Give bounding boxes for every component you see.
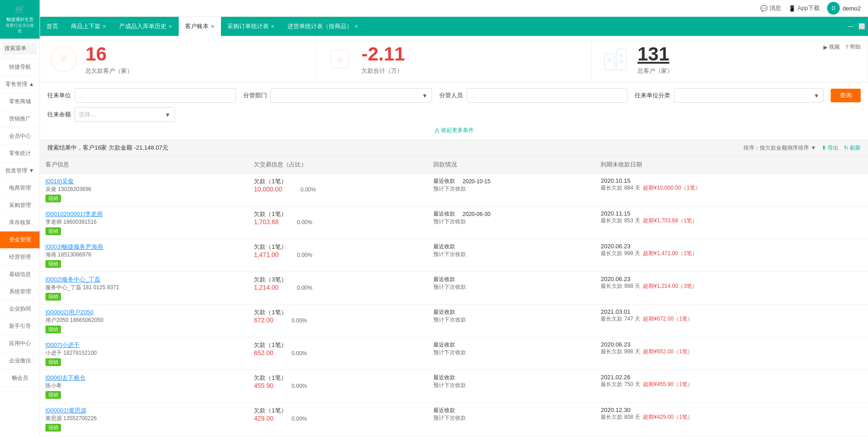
overdue-link[interactable]: 超期¥652.00（1笔） [643,348,693,356]
tab-inbound-stats[interactable]: 进货单统计表（按商品） ✕ [281,17,365,36]
sidebar-item-wechat[interactable]: 企业微信 [0,352,40,370]
customer-name-link[interactable]: [0006]去下粮仓 [45,374,243,382]
sidebar-item-system[interactable]: 系统管理 [0,283,40,301]
close-tab-purchase-stats[interactable]: ✕ [271,17,275,36]
overdue-days: 最长欠款 808 天 [601,413,640,421]
predict-label: 预计下次收款 [433,251,466,257]
sort-select[interactable]: 排序：按欠款金额倒序排序 ▼ [743,144,816,152]
minimize-window-btn[interactable]: — [845,21,856,31]
debt-count: 欠款（1笔） [254,341,422,349]
tab-product-listing[interactable]: 商品上下架 ✕ [65,17,113,36]
export-btn[interactable]: ⬆ 导出 [822,144,838,152]
tab-customer-ledger[interactable]: 客户账本 ✕ [179,17,221,36]
message-btn[interactable]: 💬 消息 [760,4,781,12]
person-label: 分管人员 [439,91,463,100]
customer-name-link[interactable]: [0007]小进干 [45,341,243,349]
debt-count: 欠款（1笔） [254,407,422,415]
sidebar-item-purchase[interactable]: 采购管理 [0,197,40,214]
debt-customers-icon: ¥ [49,45,78,74]
filter-unit-category: 往来单位分类 ▼ [635,88,823,103]
overdue-link[interactable]: 超期¥429.00（1笔） [643,413,693,421]
debt-percent: 0.00% [301,186,316,193]
close-tab-customer-ledger[interactable]: ✕ [211,17,215,36]
overdue-link[interactable]: 超期¥672.00（1笔） [643,315,693,323]
table-row: [0006]去下粮仓 陈小希 现销 欠款（1笔） 455.90 0.00% 最近… [40,370,868,403]
table-row: [00010200001]李老师 李老师 18600391516 现销 欠款（1… [40,206,868,239]
person-input[interactable]: ... [467,88,628,103]
due-date-cell: 2020.11.15 最长欠款 853 天 超期¥1,703.68（1笔） [595,206,868,239]
sort-chevron-icon: ▼ [811,145,816,151]
close-tab-product-listing[interactable]: ✕ [102,17,106,36]
refresh-btn[interactable]: ↻ 刷新 [844,144,861,152]
sidebar-item-basic[interactable]: 基础信息 [0,266,40,283]
sidebar-item-app-center[interactable]: 应用中心 [0,335,40,352]
sidebar-item-retail-mall[interactable]: 零售商城 [0,93,40,111]
collapse-filter-btn[interactable]: ⋀ 收起更多条件 [435,126,474,134]
debt-count: 欠款（1笔） [254,210,422,218]
customer-name-link[interactable]: [0003]畅捷服务尹海燕 [45,243,243,251]
tab-production-history[interactable]: 产成品入库单历史 ✕ [113,17,179,36]
overdue-link[interactable]: 超期¥10,000.00（1笔） [643,184,701,192]
due-date: 2020.06.23 [601,276,863,282]
overdue-link[interactable]: 超期¥1,214.00（3笔） [643,282,697,290]
stat-debt-amount: ◈ -2.11 欠款合计（万） [316,36,592,82]
table-header-row: 客户信息 欠交易信息（占比） 回款情况 到期未收款日期 [40,156,868,174]
debt-amount: 429.00 [254,415,273,422]
dept-select[interactable]: ▼ [271,88,432,103]
sidebar-item-member2[interactable]: 畅会员 [0,370,40,387]
balance-type-select[interactable]: 选择... ▼ [75,107,175,122]
search-button[interactable]: 查询 [831,89,861,102]
source-unit-input[interactable]: ... [75,88,236,103]
app-download-btn[interactable]: 📱 App下载 [788,4,820,12]
search-menu-button[interactable]: 搜索菜单 [3,42,37,55]
customer-name-link[interactable]: [000002]用户2050 [45,308,243,316]
tab-purchase-stats[interactable]: 采购订单统计表 ✕ [221,17,281,36]
dept-label: 分管部门 [243,91,267,100]
debt-percent: 0.00% [291,350,307,357]
svg-rect-8 [619,60,623,64]
customer-tag: 现销 [45,358,61,366]
sidebar-item-corp[interactable]: 企业协同 [0,301,40,318]
debt-amount: 455.90 [254,382,273,389]
due-date: 2020.12.30 [601,407,863,413]
customer-name-link[interactable]: [0016]吴俊 [45,177,243,186]
data-table-container: 客户信息 欠交易信息（占比） 回款情况 到期未收款日期 [0016]吴俊 吴俊 … [40,156,868,437]
sort-label: 排序：按欠款金额倒序排序 [743,144,809,152]
overdue-link[interactable]: 超期¥1,471.00（1笔） [643,250,697,257]
maximize-window-btn[interactable]: ⬜ [856,21,868,31]
sidebar-item-retail-mgmt[interactable]: 零售管理 ▲ [0,76,40,93]
dept-chevron-icon: ▼ [422,92,428,99]
sidebar-item-inventory[interactable]: 库存核算 [0,214,40,231]
sidebar-item-batch-mgmt[interactable]: 批发管理 ▼ [0,162,40,180]
sidebar-item-marketing[interactable]: 营销推广 [0,111,40,128]
close-tab-inbound-stats[interactable]: ✕ [354,17,358,36]
customer-name-link[interactable]: [000001]黄思源 [45,407,243,415]
sidebar-item-member[interactable]: 会员中心 [0,128,40,145]
unit-category-select[interactable]: ▼ [674,88,823,103]
debt-percent: 0.00% [291,416,307,422]
stat-debt-customers: ¥ 16 总欠款客户（家） [40,36,316,82]
customer-name-link[interactable]: [00010200001]李老师 [45,210,243,218]
debt-count: 欠款（1笔） [254,308,422,316]
balance-type-label: 往来余额 [47,111,71,119]
sidebar-item-newbie[interactable]: 新手引导 [0,318,40,335]
sidebar-item-ecommerce[interactable]: 电商管理 [0,180,40,197]
video-btn[interactable]: ▶ 视频 [823,43,840,51]
user-avatar[interactable]: D demo2 [827,2,861,15]
overdue-link[interactable]: 超期¥455.90（1笔） [643,381,693,388]
svg-text:◈: ◈ [336,54,344,65]
overdue-link[interactable]: 超期¥1,703.68（1笔） [643,217,697,225]
svg-rect-5 [617,49,627,70]
svg-rect-6 [607,58,611,62]
customer-table: 客户信息 欠交易信息（占比） 回款情况 到期未收款日期 [0016]吴俊 吴俊 … [40,156,868,436]
sidebar-item-operation[interactable]: 经营管理 [0,249,40,266]
sidebar-search[interactable]: 搜索菜单 [0,39,40,59]
recent-collect-label: 最近收款 [433,308,455,316]
help-btn[interactable]: ? 帮助 [845,43,861,51]
sidebar-item-capital[interactable]: 资金管理 [0,231,40,249]
results-bar: 搜索结果中，客户16家 欠款金额 -21,148.07元 排序：按欠款金额倒序排… [40,140,868,156]
customer-name-link[interactable]: [0002]服务中心_丁磊 [45,276,243,284]
tab-home[interactable]: 首页 [40,17,65,36]
close-tab-production-history[interactable]: ✕ [168,17,172,36]
sidebar-item-retail-stats[interactable]: 零售统计 [0,145,40,162]
